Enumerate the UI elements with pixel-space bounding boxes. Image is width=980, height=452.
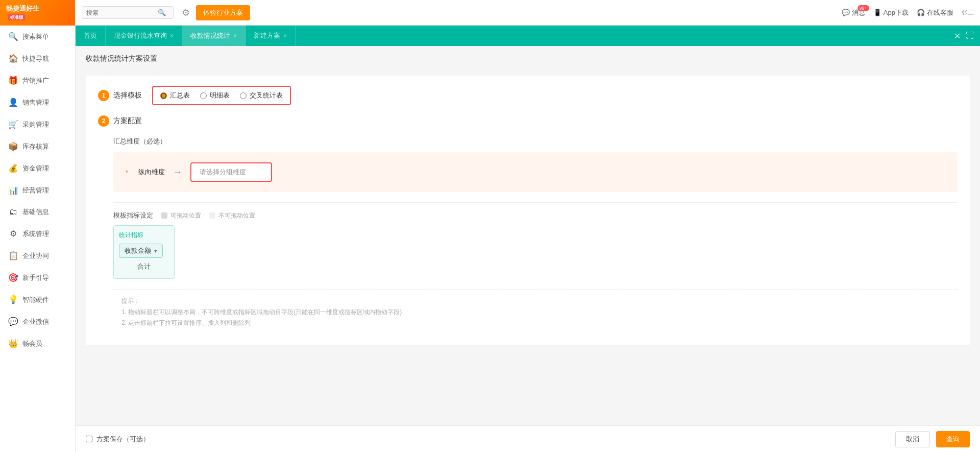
sidebar-item-hardware[interactable]: 💡 智能硬件 [0, 289, 75, 311]
settings-icon[interactable]: ⚙ [182, 7, 190, 18]
tips-section: 提示： 1. 拖动标题栏可以调整布局，不可跨维度或指标区域拖动目字段(只能在同一… [113, 289, 958, 335]
sidebar-item-member[interactable]: 👑 畅会员 [0, 332, 75, 354]
step2-circle: 2 [98, 115, 109, 127]
radio-detail-input[interactable] [200, 92, 207, 99]
sidebar-item-purchase[interactable]: 🛒 采购管理 [0, 113, 75, 135]
trial-button[interactable]: 体验行业方案 [196, 5, 250, 20]
radio-summary[interactable]: 汇总表 [160, 91, 190, 100]
chat-icon: 💬 [8, 317, 18, 326]
cart-icon: 🛒 [8, 120, 18, 129]
draggable-label: 可拖动位置 [170, 211, 201, 220]
tab-cashflow[interactable]: 现金银行流水查询 × [106, 26, 182, 46]
radio-summary-input[interactable] [160, 92, 167, 99]
metrics-tag-amount[interactable]: 收款金额 ▾ [119, 244, 163, 258]
tabbar-actions: ✕ ⛶ [948, 26, 980, 46]
bottom-actions: 取消 查询 [895, 431, 970, 447]
radio-cross-input[interactable] [240, 92, 247, 99]
tabbar: 首页 现金银行流水查询 × 收款情况统计 × 新建方案 × ✕ ⛶ [76, 26, 980, 46]
save-label: 方案保存（可选） [96, 435, 150, 444]
sidebar-item-label: 经营管理 [22, 186, 49, 195]
sidebar-item-marketing[interactable]: 🎁 营销推广 [0, 69, 75, 91]
tip1-text: 1. 拖动标题栏可以调整布局，不可跨维度或指标区域拖动目字段(只能在同一维度或指… [121, 307, 949, 318]
radio-detail[interactable]: 明细表 [200, 91, 230, 100]
sidebar-item-quicknav[interactable]: 🏠 快捷导航 [0, 47, 75, 69]
maximize-icon[interactable]: ⛶ [966, 31, 974, 40]
tag-arrow-icon: ▾ [154, 248, 157, 254]
nodrag-dot [209, 212, 215, 219]
service-label: 在线客服 [927, 8, 953, 17]
sidebar-item-search[interactable]: 🔍 搜索菜单 [0, 26, 75, 47]
sidebar-item-label: 新手引导 [22, 273, 49, 282]
metrics-section: 模板指标设定 可拖动位置 不可拖动位置 统计指标 收款金额 [113, 202, 958, 279]
step1-label: 选择模板 [113, 91, 142, 100]
radio-summary-label: 汇总表 [170, 91, 190, 100]
dimension-row: * 纵向维度 → 请选择分组维度 [126, 162, 945, 182]
cancel-button[interactable]: 取消 [895, 431, 930, 447]
tab-newplan[interactable]: 新建方案 × [246, 26, 296, 46]
message-icon: 💬 [842, 9, 850, 16]
tab-newplan-label: 新建方案 [254, 31, 280, 40]
radio-cross[interactable]: 交叉统计表 [240, 91, 283, 100]
sidebar-item-label: 搜索菜单 [22, 32, 49, 41]
bottom-bar: 方案保存（可选） 取消 查询 [76, 425, 980, 452]
sidebar-item-inventory[interactable]: 📦 库存核算 [0, 135, 75, 157]
sidebar-item-sales[interactable]: 👤 销售管理 [0, 91, 75, 113]
page-title: 收款情况统计方案设置 [86, 54, 970, 67]
sidebar-item-label: 采购管理 [22, 120, 49, 129]
sidebar-item-collab[interactable]: 📋 企业协同 [0, 245, 75, 267]
sidebar-item-label: 快捷导航 [22, 54, 49, 63]
logo-text: 畅捷通好生 [6, 5, 39, 13]
notification-bell[interactable]: 💬 消息 99+ [842, 8, 865, 17]
sidebar-item-finance[interactable]: 💰 资金管理 [0, 157, 75, 179]
logo-badge: 标准版 [8, 14, 25, 20]
app-download[interactable]: 📱 App下载 [873, 8, 909, 17]
box-icon: 📦 [8, 141, 18, 151]
required-mark: * [126, 169, 128, 176]
sidebar-item-system[interactable]: ⚙ 系统管理 [0, 223, 75, 245]
collab-icon: 📋 [8, 251, 18, 260]
search-bar[interactable]: 🔍 [82, 6, 174, 19]
step1-row: 1 选择模板 汇总表 明细表 交叉统计表 [98, 86, 958, 105]
tab-cashflow-close[interactable]: × [170, 32, 174, 39]
sidebar-menu: 🔍 搜索菜单 🏠 快捷导航 🎁 营销推广 👤 销售管理 🛒 采购管理 📦 库存核… [0, 26, 75, 452]
arrow-icon: → [173, 167, 182, 178]
sidebar-item-label: 企业协同 [22, 251, 49, 260]
query-button[interactable]: 查询 [936, 431, 970, 447]
search-input[interactable] [86, 9, 158, 16]
gift-icon: 🎁 [8, 76, 18, 85]
notification-count: 99+ [857, 5, 869, 11]
sidebar-item-label: 营销推广 [22, 76, 49, 85]
tab-newplan-close[interactable]: × [283, 32, 287, 39]
chart-icon: 📊 [8, 185, 18, 195]
metrics-tag-area: 统计指标 收款金额 ▾ 合计 [113, 225, 175, 279]
folder-icon: 🗂 [8, 207, 18, 217]
metrics-category-label: 统计指标 [119, 231, 169, 240]
save-checkbox[interactable] [86, 436, 92, 442]
sidebar-item-basicinfo[interactable]: 🗂 基础信息 [0, 201, 75, 223]
tab-receipt[interactable]: 收款情况统计 × [182, 26, 246, 46]
user-name: 张三 [962, 8, 974, 17]
tab-receipt-close[interactable]: × [233, 32, 237, 39]
money-icon: 💰 [8, 163, 18, 173]
sidebar-item-guide[interactable]: 🎯 新手引导 [0, 267, 75, 289]
metrics-subtag: 合计 [119, 260, 169, 273]
search-icon: 🔍 [158, 9, 166, 16]
step2-label: 方案配置 [113, 116, 142, 126]
sidebar-item-operations[interactable]: 📊 经营管理 [0, 179, 75, 201]
dim-select[interactable]: 请选择分组维度 [190, 162, 272, 182]
home-icon: 🏠 [8, 54, 18, 63]
online-service[interactable]: 🎧 在线客服 [917, 8, 953, 17]
close-window-icon[interactable]: ✕ [954, 31, 961, 41]
dimension-area: * 纵向维度 → 请选择分组维度 [113, 152, 958, 192]
content-area: 收款情况统计方案设置 1 选择模板 汇总表 明细表 [76, 46, 980, 425]
tab-home[interactable]: 首页 [76, 26, 106, 46]
step2-header-row: 2 方案配置 [98, 115, 958, 127]
nodrag-label: 不可拖动位置 [218, 211, 255, 220]
dimension-title: 汇总维度（必选） [113, 137, 958, 146]
save-option[interactable]: 方案保存（可选） [86, 435, 150, 444]
sidebar-item-weixin[interactable]: 💬 企业微信 [0, 311, 75, 332]
main-card: 1 选择模板 汇总表 明细表 交叉统计表 [86, 76, 970, 345]
sidebar-item-label: 库存核算 [22, 142, 49, 151]
sidebar-item-label: 企业微信 [22, 317, 49, 326]
sidebar-item-label: 资金管理 [22, 164, 49, 173]
